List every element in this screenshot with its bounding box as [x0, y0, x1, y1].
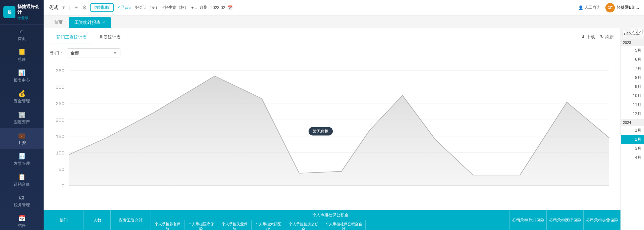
sidebar: 畅 畅捷通好会计 专业版 ⌂首页📒总账📊报表中心💰资金管理🏢固定资产💼工资🧾发票…	[0, 0, 44, 230]
download-action[interactable]: ⬇ 下载	[581, 34, 595, 40]
sidebar-logo-text: 畅捷通好会计 专业版	[17, 4, 40, 20]
tabbar: 首页工资统计报表×	[44, 15, 644, 28]
company-name: 测试	[49, 5, 58, 11]
month-item-2024-02[interactable]: 2月	[621, 135, 644, 144]
app-logo-icon: 畅	[3, 6, 15, 18]
panel-expand-button[interactable]: ⤢	[637, 29, 643, 34]
panel-close-button[interactable]: ✕	[631, 29, 636, 34]
funds-icon: 💰	[18, 90, 25, 97]
subtab-monthly[interactable]: 月份统计表	[93, 32, 127, 44]
svg-text:0: 0	[61, 184, 64, 188]
month-item-2024-04[interactable]: 4月	[621, 153, 644, 162]
th-count: 人数	[84, 210, 111, 230]
switch-mode-button[interactable]: 切到旧版	[90, 3, 114, 12]
sidebar-item-assets[interactable]: 🏢固定资产	[0, 107, 44, 128]
year-label-2023[interactable]: 2023	[621, 39, 644, 46]
th-group-cells: 个人承担养老保险 个人承担医疗保险 个人承担失业保险 个人承担大额医疗 个人承担…	[151, 220, 509, 230]
user-avatar: CE	[605, 3, 615, 12]
th-company-unemployment: 公司承担失业保险	[584, 210, 621, 230]
reports-icon: 📊	[18, 69, 25, 77]
left-panel: 部门工资统计表月份统计表 ⬇ 下载 ↻ 刷新 部门： 全部财务部	[44, 28, 621, 230]
th-group-title: 个人承担社保公积金	[151, 210, 509, 220]
sidebar-item-settlement[interactable]: 📅结账	[0, 211, 44, 230]
company-dropdown-icon[interactable]: ▼	[61, 5, 66, 10]
th-company-pension: 公司承担养老保险	[510, 210, 547, 230]
chart-tooltip: 暂无数据	[309, 127, 333, 135]
th-personal-medical: 个人承担医疗保险	[184, 220, 218, 230]
period-label: 账期	[200, 5, 208, 10]
home-icon: ⌂	[20, 28, 24, 35]
dept-filter-select[interactable]: 全部财务部销售部技术部行政部	[67, 48, 120, 57]
help-icon: 👤	[578, 5, 583, 10]
tab-salary-report[interactable]: 工资统计报表×	[69, 17, 111, 28]
tab-home[interactable]: 首页	[49, 17, 68, 28]
tab-close-icon[interactable]: ×	[103, 20, 105, 25]
business-status: +好生意（标）	[162, 5, 189, 10]
svg-text:150: 150	[56, 134, 64, 139]
salary-icon: 💼	[18, 132, 25, 139]
month-item-2023-05[interactable]: 5月	[621, 46, 644, 55]
th-personal-pension: 个人承担养老保险	[151, 220, 184, 230]
year-section-2023: 20235月6月7月8月9月10月11月12月	[621, 39, 644, 119]
chart-area: 350 300 250 200 150 100 50 0	[44, 61, 621, 210]
subtab-dept[interactable]: 部门工资统计表	[50, 32, 93, 44]
svg-text:300: 300	[56, 85, 64, 90]
table-area: 部门 人数 应发工资合计 个人承担社保公积金 个人承担养老保险 个人承担医疗保险…	[44, 210, 621, 230]
date-prev-button[interactable]: ▲	[623, 31, 627, 36]
add-button[interactable]: ＋	[73, 4, 79, 11]
sidebar-item-sales[interactable]: 📋进销台账	[0, 170, 44, 191]
subtab-left: 部门工资统计表月份统计表	[50, 32, 127, 44]
sidebar-item-tax[interactable]: 🗂税务管理	[0, 191, 44, 211]
edition-label: 专业版	[17, 15, 40, 20]
subtab-right: ⬇ 下载 ↻ 刷新	[581, 34, 614, 43]
chart-svg: 350 300 250 200 150 100 50 0	[50, 65, 614, 203]
year-label-2024[interactable]: 2024	[621, 119, 644, 126]
svg-text:350: 350	[56, 68, 64, 73]
content-area: 部门工资统计表月份统计表 ⬇ 下载 ↻ 刷新 部门： 全部财务部	[44, 28, 644, 230]
svg-text:200: 200	[56, 118, 64, 123]
subtab-bar: 部门工资统计表月份统计表 ⬇ 下载 ↻ 刷新	[44, 28, 621, 44]
month-item-2023-08[interactable]: 8月	[621, 73, 644, 82]
refresh-action[interactable]: ↻ 刷新	[600, 34, 614, 40]
topbar-sep1: |	[69, 5, 70, 10]
month-item-2023-12[interactable]: 12月	[621, 109, 644, 119]
year-section-2024: 20241月2月3月4月	[621, 119, 644, 162]
th-dept: 部门	[44, 210, 84, 230]
month-item-2023-06[interactable]: 6月	[621, 55, 644, 64]
sidebar-item-salary[interactable]: 💼工资	[0, 128, 44, 149]
month-item-2023-10[interactable]: 10月	[621, 91, 644, 100]
user-name: 轻捷通B组...	[617, 5, 639, 10]
month-item-2024-01[interactable]: 1月	[621, 126, 644, 135]
table-header: 部门 人数 应发工资合计 个人承担社保公积金 个人承担养老保险 个人承担医疗保险…	[44, 210, 621, 230]
sidebar-item-funds[interactable]: 💰资金管理	[0, 87, 44, 107]
th-company-medical: 公司承担医疗保险	[547, 210, 584, 230]
sidebar-item-home[interactable]: ⌂首页	[0, 25, 44, 45]
th-group-personal: 个人承担社保公积金 个人承担养老保险 个人承担医疗保险 个人承担失业保险 个人承…	[151, 210, 510, 230]
month-item-2024-03[interactable]: 3月	[621, 144, 644, 153]
topbar: 测试 ▼ | ＋ ⚙ 切到旧版 ✓已认证 好会计（专） +好生意（标） +...…	[44, 0, 644, 15]
month-item-2023-11[interactable]: 11月	[621, 100, 644, 109]
sidebar-nav: ⌂首页📒总账📊报表中心💰资金管理🏢固定资产💼工资🧾发票管理📋进销台账🗂税务管理📅…	[0, 25, 44, 230]
sidebar-item-invoice[interactable]: 🧾发票管理	[0, 149, 44, 170]
svg-text:250: 250	[56, 101, 64, 106]
user-menu[interactable]: CE 轻捷通B组...	[605, 3, 639, 12]
help-label: 人工咨询	[584, 5, 600, 10]
month-item-2023-07[interactable]: 7月	[621, 64, 644, 73]
month-item-2023-09[interactable]: 9月	[621, 82, 644, 91]
th-personal-bigmedical: 个人承担大额医疗	[252, 220, 285, 230]
calendar-icon[interactable]: 📅	[228, 5, 233, 10]
brand-name: 畅捷通好会计	[17, 4, 40, 15]
sidebar-item-ledger[interactable]: 📒总账	[0, 45, 44, 66]
help-button[interactable]: 👤 人工咨询	[578, 5, 600, 10]
th-total-salary: 应发工资合计	[111, 210, 151, 230]
main-area: 测试 ▼ | ＋ ⚙ 切到旧版 ✓已认证 好会计（专） +好生意（标） +...…	[44, 0, 644, 230]
more-status: +...	[191, 5, 197, 10]
svg-text:100: 100	[56, 151, 64, 155]
th-personal-total: 个人承担社保公积金合计	[322, 220, 366, 230]
svg-text:畅: 畅	[8, 10, 11, 14]
sidebar-item-reports[interactable]: 📊报表中心	[0, 66, 44, 87]
dept-filter-label: 部门：	[50, 50, 63, 56]
settings-button[interactable]: ⚙	[82, 4, 87, 11]
date-list: 20235月6月7月8月9月10月11月12月20241月2月3月4月	[621, 39, 644, 230]
th-personal-unemployment: 个人承担失业保险	[218, 220, 252, 230]
